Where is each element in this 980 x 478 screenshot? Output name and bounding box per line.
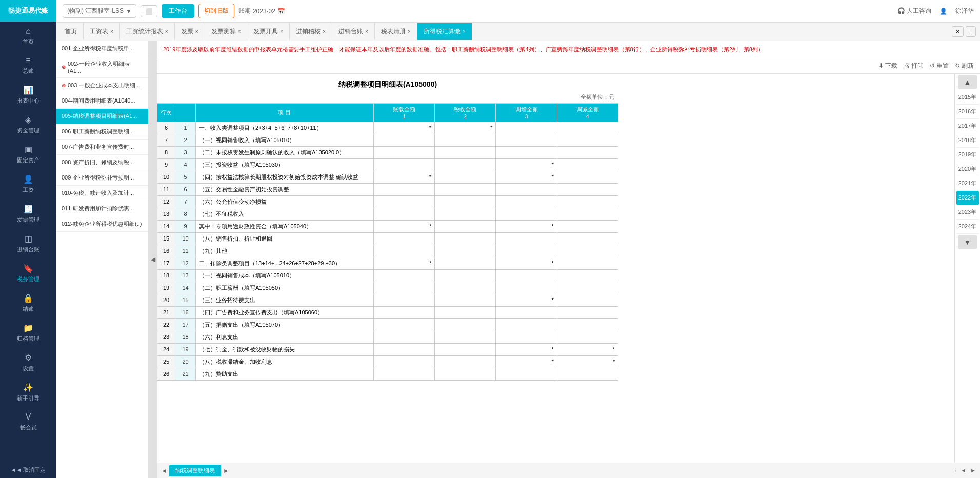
cell-item-2[interactable]: （二）未按权责发生制原则确认的收入（填写A105020 0） — [196, 146, 374, 158]
cell-c1-0[interactable]: * — [373, 122, 434, 134]
cell-c3-16[interactable] — [496, 318, 557, 331]
cell-c2-18[interactable] — [435, 343, 496, 355]
cell-c3-0[interactable] — [496, 122, 557, 134]
cell-c3-5[interactable] — [496, 183, 557, 195]
cell-item-19[interactable]: （八）税收滞纳金、加收利息 — [196, 355, 374, 368]
left-item-5[interactable]: 005-纳税调整项目明细表(A1... — [56, 109, 148, 124]
cell-item-15[interactable]: （四）广告费和业务宣传费支出（填写A105060） — [196, 306, 374, 318]
cell-c1-19[interactable] — [373, 355, 434, 368]
cell-item-18[interactable]: （七）罚金、罚款和被没收财物的损失 — [196, 343, 374, 355]
sidebar-item-input-tax[interactable]: ◫ 进销台账 — [0, 229, 56, 258]
tab-payroll-stats-close[interactable]: × — [165, 29, 168, 34]
sidebar-item-tax[interactable]: 🔖 税务管理 — [0, 258, 56, 288]
year-2017[interactable]: 2017年 — [956, 119, 979, 133]
cell-c2-12[interactable] — [435, 269, 496, 282]
cell-item-9[interactable]: （八）销售折扣、折让和退回 — [196, 232, 374, 245]
reset-btn[interactable]: ↺ 重置 — [930, 62, 949, 70]
cell-c2-0[interactable]: * — [435, 122, 496, 134]
cell-c4-8[interactable] — [557, 220, 618, 232]
print-btn[interactable]: 🖨 打印 — [904, 62, 924, 70]
cell-c4-16[interactable] — [557, 318, 618, 331]
cell-c3-18[interactable]: * — [496, 343, 557, 355]
cell-item-0[interactable]: 一、收入类调整项目（2+3+4+5+6+7+8+10+11） — [196, 122, 374, 134]
cell-c3-3[interactable]: * — [496, 158, 557, 171]
cell-c2-7[interactable] — [435, 208, 496, 220]
cell-c3-2[interactable] — [496, 146, 557, 158]
cell-c2-2[interactable] — [435, 146, 496, 158]
cell-c2-16[interactable] — [435, 318, 496, 331]
tab-invoice-close[interactable]: × — [195, 29, 198, 34]
sidebar-item-assets[interactable]: ▣ 固定资产 — [0, 140, 56, 169]
cell-c1-12[interactable] — [373, 269, 434, 282]
sidebar-item-vip[interactable]: V 畅会员 — [0, 407, 56, 436]
pin-toggle[interactable]: ◄◄ 取消固定 — [0, 462, 56, 478]
cell-c1-15[interactable] — [373, 306, 434, 318]
cell-c4-3[interactable] — [557, 158, 618, 171]
cell-c3-15[interactable] — [496, 306, 557, 318]
cell-c1-9[interactable] — [373, 232, 434, 245]
sidebar-item-home[interactable]: ⌂ 首页 — [0, 22, 56, 51]
cell-c3-4[interactable]: * — [496, 171, 557, 183]
panel-collapse-btn[interactable]: ◀ — [149, 41, 157, 478]
cell-item-5[interactable]: （五）交易性金融资产初始投资调整 — [196, 183, 374, 195]
cell-c2-8[interactable] — [435, 220, 496, 232]
cell-c2-1[interactable] — [435, 134, 496, 146]
year-up-btn[interactable]: ▲ — [958, 75, 977, 89]
tab-input-tax-close[interactable]: × — [323, 29, 326, 34]
user-name[interactable]: 徐泽华 — [955, 7, 974, 15]
cell-item-3[interactable]: （三）投资收益（填写A105030） — [196, 158, 374, 171]
cell-c1-18[interactable] — [373, 343, 434, 355]
year-2020[interactable]: 2020年 — [956, 162, 979, 176]
cell-c2-11[interactable] — [435, 257, 496, 269]
tab-income-tax[interactable]: 所得税汇算缴 × — [417, 23, 472, 40]
cell-item-6[interactable]: （六）公允价值变动净损益 — [196, 195, 374, 208]
year-down-btn[interactable]: ▼ — [958, 235, 977, 249]
cell-c3-20[interactable] — [496, 368, 557, 380]
cell-item-13[interactable]: （二）职工薪酬（填写A105050） — [196, 282, 374, 294]
cell-c4-7[interactable] — [557, 208, 618, 220]
cell-c1-17[interactable] — [373, 331, 434, 343]
cell-c4-5[interactable] — [557, 183, 618, 195]
cell-c4-12[interactable] — [557, 269, 618, 282]
cell-c4-0[interactable] — [557, 122, 618, 134]
cell-c1-16[interactable] — [373, 318, 434, 331]
app-logo[interactable]: 畅捷通易代账 — [0, 0, 56, 22]
cell-c1-10[interactable] — [373, 245, 434, 257]
cell-c2-14[interactable] — [435, 294, 496, 306]
tab-invoice[interactable]: 发票 × — [175, 23, 205, 40]
sidebar-item-guide[interactable]: ✨ 新手引导 — [0, 377, 56, 407]
left-item-1[interactable]: 001-企业所得税年度纳税申... — [56, 41, 148, 56]
cell-item-7[interactable]: （七）不征税收入 — [196, 208, 374, 220]
cell-c4-14[interactable] — [557, 294, 618, 306]
left-item-7[interactable]: 007-广告费和业务宣传费时... — [56, 140, 148, 155]
oldversion-button[interactable]: 切到旧版 — [198, 4, 234, 18]
cell-item-14[interactable]: （三）业务招待费支出 — [196, 294, 374, 306]
cell-c1-8[interactable]: * — [373, 220, 434, 232]
left-item-6[interactable]: 006-职工薪酬纳税调整明细... — [56, 124, 148, 140]
horizontal-scroll-right[interactable]: ► — [970, 467, 976, 474]
download-btn[interactable]: ⬇ 下载 — [878, 62, 897, 70]
year-2021[interactable]: 2021年 — [956, 176, 979, 191]
cell-item-8[interactable]: 其中：专项用途财政性资金（填写A105040） — [196, 220, 374, 232]
cell-c2-17[interactable] — [435, 331, 496, 343]
cell-c4-18[interactable]: * — [557, 343, 618, 355]
cell-c2-5[interactable] — [435, 183, 496, 195]
cell-c2-9[interactable] — [435, 232, 496, 245]
cell-c1-6[interactable] — [373, 195, 434, 208]
refresh-btn[interactable]: ↻ 刷新 — [955, 62, 974, 70]
cell-c3-7[interactable] — [496, 208, 557, 220]
horizontal-scroll-left[interactable]: ◄ — [961, 467, 966, 474]
cell-c3-19[interactable]: * — [496, 355, 557, 368]
cell-c1-11[interactable]: * — [373, 257, 434, 269]
year-2024[interactable]: 2024年 — [956, 220, 979, 234]
tab-payroll-close[interactable]: × — [110, 29, 113, 34]
cell-c2-20[interactable] — [435, 368, 496, 380]
year-2022[interactable]: 2022年 — [956, 191, 979, 205]
left-item-9[interactable]: 009-企业所得税弥补亏损明... — [56, 170, 148, 186]
cell-c4-6[interactable] — [557, 195, 618, 208]
cell-c4-19[interactable]: * — [557, 355, 618, 368]
cell-c4-10[interactable] — [557, 245, 618, 257]
tab-input-tax[interactable]: 进销稽核 × — [290, 23, 332, 40]
sidebar-item-report[interactable]: 📊 报表中心 — [0, 80, 56, 110]
tab-input-ledger[interactable]: 进销台账 × — [332, 23, 375, 40]
